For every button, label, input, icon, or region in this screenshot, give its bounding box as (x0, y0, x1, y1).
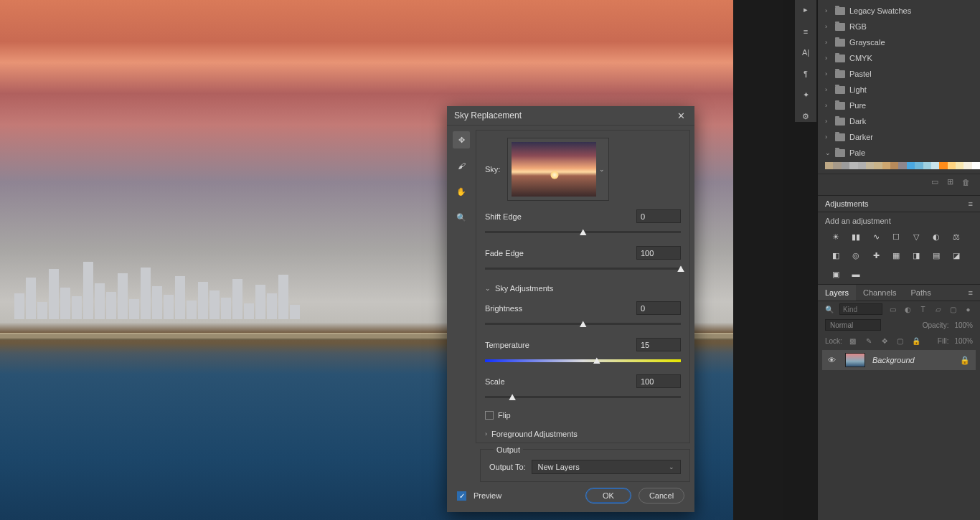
lock-transparent-icon[interactable]: ▩ (848, 336, 858, 346)
swatch[interactable] (915, 162, 923, 169)
panel-menu-icon[interactable]: ≡ (969, 199, 973, 208)
filter-type-icon[interactable]: T (918, 304, 928, 314)
swatch-folder-pure[interactable]: ›Pure (818, 98, 980, 113)
new-folder-icon[interactable]: ▭ (931, 177, 938, 186)
posterize-icon[interactable]: ▤ (930, 250, 943, 261)
brush-tool-icon[interactable]: 🖌 (453, 157, 470, 174)
selective-color-icon[interactable]: ▣ (829, 268, 842, 280)
invert-icon[interactable]: ◨ (910, 250, 923, 261)
swatch[interactable] (874, 162, 882, 169)
levels-icon[interactable]: ▮▮ (849, 231, 862, 242)
filter-toggle-icon[interactable]: ● (963, 304, 973, 314)
brightness-input[interactable] (636, 301, 681, 315)
color-lookup-icon[interactable]: ▦ (890, 250, 903, 261)
swatch[interactable] (833, 162, 841, 169)
swatch-folder-pastel[interactable]: ›Pastel (818, 66, 980, 82)
settings-icon[interactable]: ⚙ (800, 110, 811, 122)
swatch[interactable] (825, 162, 833, 169)
swatch[interactable] (963, 162, 971, 169)
paragraph-icon[interactable]: ¶ (800, 68, 811, 80)
search-icon[interactable]: 🔍 (825, 306, 834, 313)
preview-checkbox[interactable]: ✓ (457, 491, 466, 501)
visibility-icon[interactable]: 👁 (828, 356, 838, 364)
curves-icon[interactable]: ∿ (870, 231, 882, 242)
fade-edge-slider[interactable] (485, 264, 681, 274)
foreground-adjustments-header[interactable]: › Foreground Adjustments (485, 430, 681, 438)
fill-value[interactable]: 100% (954, 337, 973, 345)
zoom-tool-icon[interactable]: 🔍 (453, 209, 470, 226)
tab-layers[interactable]: Layers (818, 285, 856, 301)
output-to-select[interactable]: New Layers ⌄ (532, 460, 681, 474)
filter-smart-icon[interactable]: ▢ (948, 304, 958, 314)
sky-adjustments-header[interactable]: ⌄ Sky Adjustments (485, 284, 681, 293)
trash-icon[interactable]: 🗑 (962, 178, 970, 186)
swatch[interactable] (882, 162, 890, 169)
lock-paint-icon[interactable]: ✎ (864, 336, 874, 346)
swatch[interactable] (842, 162, 849, 169)
swatch-folder-light[interactable]: ›Light (818, 82, 980, 98)
swatch-folder-grayscale[interactable]: ›Grayscale (818, 34, 980, 50)
strip-icon[interactable]: ✦ (800, 90, 811, 101)
hue-sat-icon[interactable]: ◐ (930, 231, 943, 242)
lock-artboard-icon[interactable]: ▢ (895, 336, 905, 346)
shift-edge-slider[interactable] (485, 227, 681, 237)
swatch[interactable] (972, 162, 980, 169)
strip-icon[interactable]: ▸ (800, 4, 811, 16)
fade-edge-input[interactable] (636, 246, 681, 260)
scale-slider[interactable] (485, 392, 681, 402)
layer-thumbnail[interactable] (845, 353, 865, 367)
swatch[interactable] (890, 162, 898, 169)
lock-all-icon[interactable]: 🔒 (911, 336, 921, 346)
flip-checkbox[interactable] (485, 411, 494, 420)
swatch[interactable] (858, 162, 866, 169)
swatch[interactable] (948, 162, 956, 169)
filter-shape-icon[interactable]: ▱ (933, 304, 943, 314)
shift-edge-input[interactable] (636, 209, 681, 223)
new-swatch-icon[interactable]: ⊞ (947, 177, 953, 186)
dialog-titlebar[interactable]: Sky Replacement ✕ (447, 106, 694, 126)
cancel-button[interactable]: Cancel (639, 488, 684, 504)
layer-kind-input[interactable] (839, 303, 882, 315)
lock-icon[interactable]: 🔒 (960, 356, 970, 365)
brightness-slider[interactable] (485, 319, 681, 329)
swatch-folder-pale[interactable]: ⌄Pale (818, 145, 980, 161)
layer-row-background[interactable]: 👁 Background 🔒 (822, 350, 976, 370)
scale-input[interactable] (636, 374, 681, 388)
type-icon[interactable]: A| (800, 47, 811, 58)
opacity-value[interactable]: 100% (954, 321, 973, 329)
color-balance-icon[interactable]: ⚖ (950, 231, 963, 242)
hand-tool-icon[interactable]: ✋ (453, 183, 470, 200)
swatch[interactable] (907, 162, 915, 169)
channel-mixer-icon[interactable]: ✚ (870, 250, 882, 261)
temperature-input[interactable] (636, 338, 681, 351)
panel-menu-icon[interactable]: ≡ (969, 288, 980, 297)
swatch-folder-dark[interactable]: ›Dark (818, 113, 980, 129)
swatch[interactable] (931, 162, 939, 169)
photo-filter-icon[interactable]: ◎ (849, 250, 862, 261)
swatch[interactable] (923, 162, 931, 169)
exposure-icon[interactable]: ☐ (890, 231, 903, 242)
lock-position-icon[interactable]: ✥ (880, 336, 890, 346)
move-tool-icon[interactable]: ✥ (453, 131, 470, 148)
swatch[interactable] (956, 162, 963, 169)
close-icon[interactable]: ✕ (674, 109, 687, 122)
strip-icon[interactable]: ≡ (800, 26, 811, 37)
brightness-contrast-icon[interactable]: ☀ (829, 231, 842, 242)
swatch[interactable] (898, 162, 906, 169)
layer-name[interactable]: Background (872, 356, 915, 364)
swatch[interactable] (866, 162, 874, 169)
temperature-slider[interactable] (485, 356, 681, 366)
swatch-folder-legacy-swatches[interactable]: ›Legacy Swatches (818, 3, 980, 19)
swatch[interactable] (849, 162, 857, 169)
chevron-down-icon[interactable]: ⌄ (599, 166, 605, 173)
filter-pixel-icon[interactable]: ▭ (888, 304, 897, 314)
swatch-folder-rgb[interactable]: ›RGB (818, 19, 980, 34)
filter-adjust-icon[interactable]: ◐ (903, 304, 913, 314)
sky-preset-picker[interactable]: ⌄ (507, 138, 609, 201)
blend-mode-select[interactable]: Normal (825, 319, 881, 331)
swatch[interactable] (939, 162, 947, 169)
ok-button[interactable]: OK (585, 488, 631, 504)
bw-icon[interactable]: ◧ (829, 250, 842, 261)
gradient-map-icon[interactable]: ▬ (849, 268, 862, 280)
tab-channels[interactable]: Channels (856, 285, 903, 301)
